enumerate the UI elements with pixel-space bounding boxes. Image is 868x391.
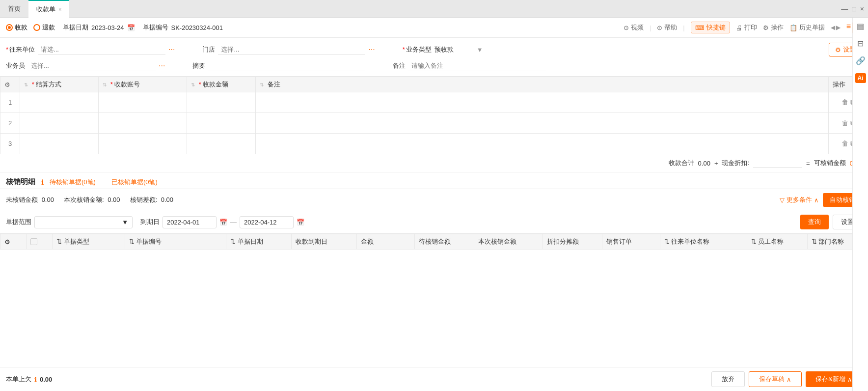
calendar-end-icon[interactable]: 📅: [297, 219, 304, 226]
table-row: 1 🗑 ⧉: [0, 92, 868, 113]
settle-cell-2[interactable]: [20, 113, 99, 134]
delete-row-3-icon[interactable]: 🗑: [841, 140, 848, 148]
calendar-icon[interactable]: 📅: [127, 24, 135, 31]
filter-row: 单据范围 ▼ 到期日 📅 — 📅 查询 设置: [0, 211, 868, 234]
bill-range-field: 单据范围 ▼: [6, 216, 133, 228]
biz-type-label: 业务类型: [403, 45, 432, 54]
operate-icon: ⚙: [763, 24, 769, 31]
right-panel-link-icon[interactable]: 🔗: [856, 56, 866, 65]
summary-row: 收款合计 0.00 + 现金折扣: = 可核销金额 0.00: [0, 154, 868, 172]
discount-label: 现金折扣:: [722, 159, 749, 168]
amount-cell-3[interactable]: [187, 134, 256, 154]
history-btn[interactable]: 📋 历史单据: [789, 23, 825, 32]
bill-no-value: SK-20230324-001: [171, 24, 223, 31]
nav-next-icon[interactable]: ▶: [836, 24, 841, 31]
per-order-info-icon[interactable]: ℹ: [34, 376, 37, 383]
diff-stat: 核销差额: 0.00: [130, 196, 174, 204]
staff-input[interactable]: [28, 60, 156, 71]
radio-group: 收款 退款: [6, 23, 55, 32]
date-end-input[interactable]: [240, 216, 294, 228]
per-order-label: 本单上欠: [6, 375, 31, 384]
operate-btn[interactable]: ⚙ 操作: [763, 23, 784, 32]
total-label: 收款合计: [669, 159, 694, 168]
bill-range-select[interactable]: ▼: [34, 216, 133, 228]
th-gear-2-icon[interactable]: ⚙: [4, 238, 10, 246]
sort-dept-icon: ⇅: [812, 238, 817, 245]
sort-staff-icon: ⇅: [751, 238, 757, 245]
right-panel-list-icon[interactable]: ⊟: [857, 39, 864, 48]
staff-more-icon[interactable]: ···: [159, 61, 165, 70]
sort-bill-type-icon: ⇅: [56, 238, 62, 245]
video-btn[interactable]: ⊙ 视频: [624, 23, 644, 32]
calendar-start-icon[interactable]: 📅: [219, 219, 227, 226]
partner-label: 往来单位: [6, 45, 35, 54]
select-all-checkbox[interactable]: [30, 238, 37, 245]
partner-input[interactable]: [38, 44, 165, 55]
list-view-icon[interactable]: ≡: [846, 22, 851, 33]
biz-type-arrow-icon[interactable]: ▼: [477, 46, 483, 54]
th-remark: ⇅ 备注: [256, 77, 829, 92]
radio-receive[interactable]: 收款: [6, 23, 27, 32]
shortcut-icon: ⌨: [695, 24, 705, 31]
store-label: 门店: [202, 45, 215, 54]
verify-done-tab[interactable]: 已核销单据(0笔): [111, 178, 158, 187]
bottom-table: ⚙ ⇅ 单据类型 ⇅ 单据编号: [0, 234, 868, 250]
remark-cell-1[interactable]: [256, 92, 829, 113]
verify-section: 核销明细 ℹ 待核销单据(0笔) 已核销单据(0笔) 未核销金额 0.00 本次…: [0, 172, 868, 367]
minimize-icon[interactable]: —: [841, 5, 848, 13]
sort-arrows-remark: ⇅: [260, 82, 264, 87]
verify-title: 核销明细: [6, 177, 35, 187]
tab-home[interactable]: 首页: [0, 0, 28, 18]
table-gear-icon[interactable]: ⚙: [4, 81, 10, 88]
shortcut-btn[interactable]: ⌨ 快捷键: [691, 22, 730, 33]
th-partner-name: ⇅ 往来单位名称: [660, 234, 747, 250]
video-icon: ⊙: [624, 24, 629, 31]
verify-info-icon[interactable]: ℹ: [41, 178, 44, 186]
tab-active[interactable]: 收款单 ×: [28, 0, 69, 18]
account-cell-2[interactable]: [99, 113, 187, 134]
print-btn[interactable]: 🖨 打印: [736, 23, 757, 32]
query-button[interactable]: 查询: [800, 215, 829, 229]
row-num-2: 2: [0, 113, 20, 134]
settle-cell-1[interactable]: [20, 92, 99, 113]
account-cell-3[interactable]: [99, 134, 187, 154]
radio-refund[interactable]: 退款: [33, 23, 55, 32]
th-bill-no: ⇅ 单据编号: [125, 234, 226, 250]
account-cell-1[interactable]: [99, 92, 187, 113]
partner-more-icon[interactable]: ···: [168, 45, 175, 54]
settle-cell-3[interactable]: [20, 134, 99, 154]
save-draft-button[interactable]: 保存草稿 ∧: [749, 371, 802, 387]
store-input[interactable]: [218, 44, 365, 55]
more-conditions-btn[interactable]: ▽ 更多条件 ∧: [780, 196, 819, 204]
radio-receive-dot: [6, 24, 13, 31]
remark-cell-2[interactable]: [256, 113, 829, 134]
bottom-table-wrapper: ⚙ ⇅ 单据类型 ⇅ 单据编号: [0, 234, 868, 367]
settings-icon: ⚙: [835, 46, 841, 54]
right-panel-ai-icon[interactable]: Ai: [855, 73, 866, 83]
tab-close-btn[interactable]: ×: [58, 0, 61, 18]
close-window-icon[interactable]: ×: [860, 5, 864, 13]
bottom-bar: 本单上欠 ℹ 0.00 放弃 保存草稿 ∧ 保存&新增 ∧: [0, 367, 868, 391]
total-value: 0.00: [698, 160, 710, 167]
delete-row-2-icon[interactable]: 🗑: [841, 119, 848, 127]
th-settle: ⇅ * 结算方式: [20, 77, 99, 92]
th-account: ⇅ * 收款账号: [99, 77, 187, 92]
right-panel-table-icon[interactable]: ▤: [857, 22, 864, 31]
plus-sign: +: [714, 160, 718, 167]
amount-cell-2[interactable]: [187, 113, 256, 134]
delete-row-1-icon[interactable]: 🗑: [841, 98, 848, 107]
remark-cell-3[interactable]: [256, 134, 829, 154]
table-row: 2 🗑 ⧉: [0, 113, 868, 134]
remark-input[interactable]: [408, 60, 546, 71]
discount-input[interactable]: [753, 158, 802, 168]
abandon-button[interactable]: 放弃: [711, 371, 745, 387]
date-start-input[interactable]: [163, 216, 217, 228]
bottom-info: 本单上欠 ℹ 0.00: [6, 375, 52, 384]
summary-input[interactable]: [208, 60, 365, 71]
verify-pending-tab[interactable]: 待核销单据(0笔): [50, 178, 96, 187]
help-btn[interactable]: ⊙ 帮助: [657, 23, 677, 32]
nav-prev-icon[interactable]: ◀: [831, 24, 835, 31]
store-more-icon[interactable]: ···: [368, 45, 375, 54]
maximize-icon[interactable]: □: [852, 5, 856, 13]
amount-cell-1[interactable]: [187, 92, 256, 113]
